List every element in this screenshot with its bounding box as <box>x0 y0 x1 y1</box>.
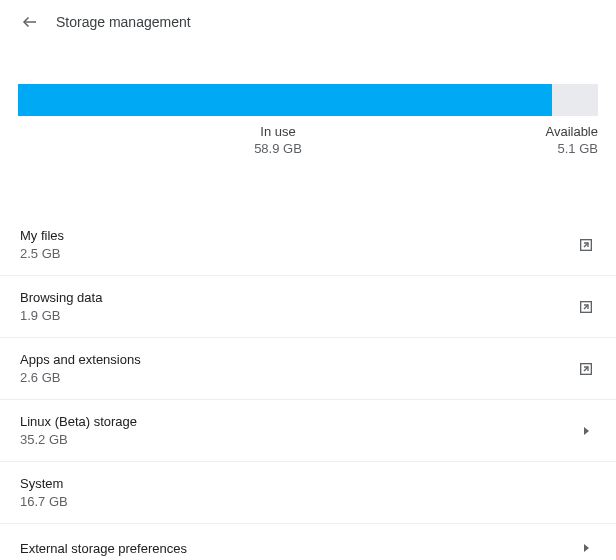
list-item-sub: 35.2 GB <box>20 432 137 447</box>
open-external-icon <box>576 297 596 317</box>
in-use-value: 58.9 GB <box>18 141 538 156</box>
list-item-title: System <box>20 476 68 491</box>
svg-marker-7 <box>584 427 589 435</box>
available-label: Available <box>538 124 598 139</box>
page-title: Storage management <box>56 14 191 30</box>
storage-bar-fill <box>18 84 552 116</box>
in-use-label: In use <box>18 124 538 139</box>
storage-bar <box>18 84 598 116</box>
open-external-icon <box>576 235 596 255</box>
list-item-sub: 1.9 GB <box>20 308 102 323</box>
list-item-sub: 2.6 GB <box>20 370 141 385</box>
list-item-apps-extensions[interactable]: Apps and extensions 2.6 GB <box>0 338 616 400</box>
list-item-sub: 2.5 GB <box>20 246 64 261</box>
svg-marker-8 <box>584 544 589 552</box>
back-icon[interactable] <box>20 12 40 32</box>
list-item-external-storage[interactable]: External storage preferences <box>0 524 616 560</box>
chevron-right-icon <box>576 538 596 558</box>
list-item-title: Browsing data <box>20 290 102 305</box>
list-item-title: Linux (Beta) storage <box>20 414 137 429</box>
open-external-icon <box>576 359 596 379</box>
list-item-system[interactable]: System 16.7 GB <box>0 462 616 524</box>
list-item-title: My files <box>20 228 64 243</box>
list-item-linux-storage[interactable]: Linux (Beta) storage 35.2 GB <box>0 400 616 462</box>
available-value: 5.1 GB <box>538 141 598 156</box>
empty-icon <box>576 483 596 503</box>
list-item-title: External storage preferences <box>20 541 187 556</box>
storage-list: My files 2.5 GB Browsing data 1.9 GB App <box>0 214 616 560</box>
chevron-right-icon <box>576 421 596 441</box>
list-item-title: Apps and extensions <box>20 352 141 367</box>
list-item-sub: 16.7 GB <box>20 494 68 509</box>
list-item-browsing-data[interactable]: Browsing data 1.9 GB <box>0 276 616 338</box>
list-item-my-files[interactable]: My files 2.5 GB <box>0 214 616 276</box>
